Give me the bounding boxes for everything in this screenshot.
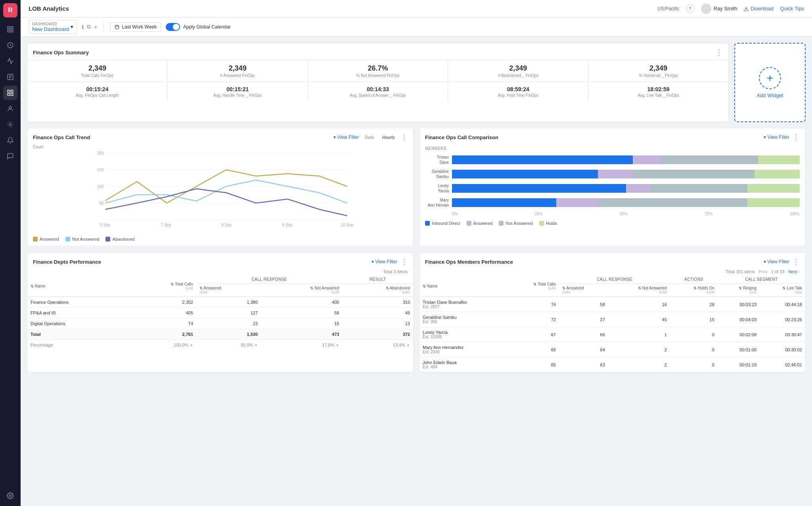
dashboard-selector[interactable]: DASHBOARD New Dashboard ▾ [29, 20, 77, 34]
bar-seg-holds-1 [755, 170, 800, 178]
tab-daily[interactable]: Daily [362, 134, 377, 140]
sidebar-item-messages[interactable] [3, 149, 17, 163]
col-name[interactable]: ⇅ Name [27, 276, 130, 297]
summary-row: Finance Ops Summary ⋮ 2,349 Total Calls … [27, 43, 806, 122]
col-not-answered[interactable]: ⇅ Not AnsweredSUM [261, 284, 342, 297]
depts-controls: ▾ View Filter ⋮ [372, 257, 408, 266]
mcol-answered[interactable]: ⇅ AnsweredSUM [559, 284, 608, 297]
svg-rect-1 [11, 27, 13, 29]
summary-grid-row1: 2,349 Total Calls FinOps 2,349 # Answere… [27, 60, 728, 82]
download-button[interactable]: Download [743, 6, 774, 12]
user-menu[interactable]: Ray Smith [701, 4, 737, 14]
mcol-holds-on[interactable]: ⇅ Holds OnSUM [670, 284, 718, 297]
main-content: LOB Analytics US/Pacific ? Ray Smith Dow… [21, 0, 812, 506]
legend-answered-bar-dot [467, 221, 471, 226]
sidebar-item-notifications[interactable] [3, 133, 17, 148]
svg-rect-3 [11, 30, 13, 32]
bar-seg-answered-1 [598, 170, 633, 178]
mcol-ringing[interactable]: ⇅ RingingAVG [718, 284, 760, 297]
bar-seg-not-answered-2 [650, 184, 748, 193]
sidebar-item-analytics[interactable] [3, 54, 17, 68]
add-icon[interactable]: + [94, 24, 97, 30]
col-answered[interactable]: ⇅ AnsweredSUM [196, 284, 261, 297]
toggle-knob [173, 24, 179, 30]
members-header: Finance Ops Members Performance ▾ View F… [419, 253, 805, 269]
sidebar-item-gear[interactable] [3, 489, 17, 503]
members-menu-icon[interactable]: ⋮ [793, 257, 800, 266]
depts-title: Finance Depts Performance [33, 259, 101, 265]
sidebar-item-users[interactable] [3, 102, 17, 116]
depts-performance-widget: Finance Depts Performance ▾ View Filter … [27, 252, 414, 372]
table-row: Finance Operations 2,302 1,380 400 310 [27, 297, 413, 308]
copy-icon[interactable]: ⧉ [87, 23, 91, 30]
depts-table: ⇅ Name ⇅ Total CallsSUM CALL RESPONSE RE… [27, 276, 413, 350]
legend-not-answered: Not Answered [65, 237, 99, 242]
sidebar-item-reports[interactable] [3, 70, 17, 84]
sidebar-item-dashboard[interactable] [3, 38, 17, 52]
sidebar-item-settings2[interactable] [3, 117, 17, 132]
col-abandoned[interactable]: ⇅ AbandonedSUM [342, 284, 413, 297]
bar-label-0: TristanDave [425, 155, 449, 165]
depts-filter[interactable]: ▾ View Filter [372, 259, 397, 264]
mcol-call-response: CALL RESPONSE [559, 276, 670, 284]
sidebar: R [0, 0, 21, 506]
toggle-switch[interactable] [166, 23, 180, 31]
bar-chart-legend: Inbound Direct Answered Not Answered Hol… [419, 218, 805, 230]
mcol-total-calls[interactable]: ⇅ Total CallsSUM [508, 276, 559, 297]
bar-track-2 [452, 184, 800, 193]
summary-menu-icon[interactable]: ⋮ [716, 48, 723, 57]
bar-seg-holds-2 [747, 184, 800, 193]
content-area: Finance Ops Summary ⋮ 2,349 Total Calls … [21, 36, 812, 506]
svg-text:6 Sep: 6 Sep [100, 223, 111, 227]
mcol-live-talk[interactable]: ⇅ Live TalkAVG [760, 284, 805, 297]
mcol-actions: ACTIONS [670, 276, 718, 284]
mcol-not-answered[interactable]: ⇅ Not AnsweredSUM [608, 284, 670, 297]
call-comparison-filter[interactable]: ▾ View Filter [764, 134, 789, 140]
svg-text:100: 100 [97, 184, 104, 189]
summary-card-1: 2,349 # Answered FinOps [168, 60, 308, 82]
legend-answered-bar: Answered [467, 221, 493, 226]
comparison-section-label: Members [419, 145, 805, 151]
pagination-prev[interactable]: Prev [758, 269, 768, 274]
summary-card-2: 26.7% % Not Answered FinOps [308, 60, 448, 82]
call-comparison-controls: ▾ View Filter ⋮ [764, 133, 800, 142]
pagination-next[interactable]: Next [788, 269, 797, 274]
sidebar-item-home[interactable] [3, 22, 17, 36]
call-comparison-menu-icon[interactable]: ⋮ [793, 133, 800, 142]
svg-point-10 [10, 124, 11, 126]
members-performance-widget: Finance Ops Members Performance ▾ View F… [419, 252, 806, 372]
chevron-down-icon: ▾ [71, 24, 73, 30]
legend-holds-dot [539, 221, 544, 226]
call-trend-menu-icon[interactable]: ⋮ [400, 133, 408, 142]
col-result: RESULT [342, 276, 413, 284]
quick-tips-button[interactable]: Quick Tips [780, 6, 804, 12]
col-total-calls[interactable]: ⇅ Total CallsSUM [130, 276, 196, 297]
svg-text:8 Sep: 8 Sep [221, 223, 232, 227]
bar-row-0: TristanDave [425, 155, 800, 165]
tab-hourly[interactable]: Hourly [380, 134, 397, 140]
info-icon[interactable]: ℹ [82, 24, 84, 30]
table-pct-row: Percentage 100.0% ▼ 55.0% ▼ 17.0% ▼ 13.4… [27, 340, 413, 351]
col-call-response: CALL RESPONSE [196, 276, 342, 284]
call-comparison-title: Finance Ops Call Comparison [425, 134, 498, 140]
depts-menu-icon[interactable]: ⋮ [400, 257, 408, 266]
date-range-button[interactable]: Last Work Week [110, 22, 161, 32]
mcol-name[interactable]: ⇅ Name [419, 276, 508, 297]
legend-not-answered-dot [65, 237, 70, 242]
summary-title: Finance Ops Summary [33, 50, 89, 56]
call-trend-filter[interactable]: ▾ View Filter [333, 134, 359, 140]
sidebar-item-lob[interactable] [3, 86, 17, 100]
add-widget-button[interactable]: + Add Widget [734, 43, 806, 122]
app-logo[interactable]: R [3, 3, 17, 17]
topbar: LOB Analytics US/Pacific ? Ray Smith Dow… [21, 0, 812, 17]
help-button[interactable]: ? [686, 4, 695, 13]
topbar-actions: US/Pacific ? Ray Smith Download Quick Ti… [657, 4, 804, 14]
members-pagination-info: Total 161 items Prev 1 of 33 Next › [419, 269, 805, 276]
svg-point-11 [10, 495, 11, 497]
dashboard-bar: DASHBOARD New Dashboard ▾ ℹ ⧉ + Last Wor… [21, 17, 812, 36]
table-row: Digital Operations 74 23 15 13 [27, 318, 413, 329]
summary-card-0: 2,349 Total Calls FinOps [27, 60, 167, 82]
bar-seg-inbound-2 [452, 184, 626, 193]
members-table: ⇅ Name ⇅ Total CallsSUM CALL RESPONSE AC… [419, 276, 805, 372]
members-filter[interactable]: ▾ View Filter [764, 259, 789, 264]
